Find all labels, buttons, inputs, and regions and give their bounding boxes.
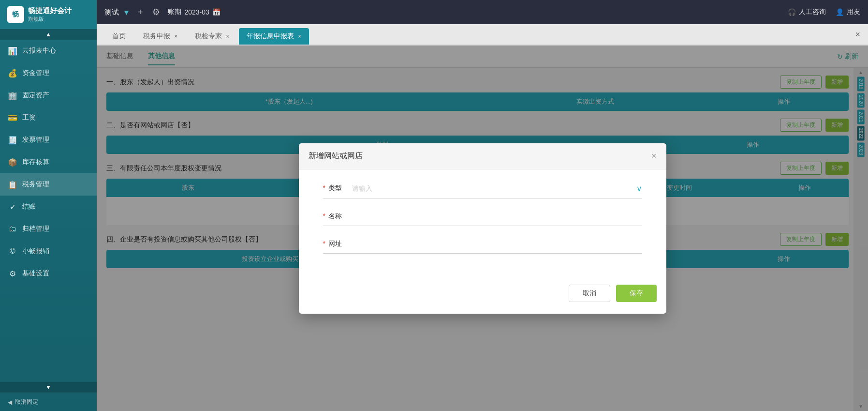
tabbar: 首页 税务申报 × 税检专家 × 年报信息申报表 × × [97, 24, 868, 46]
modal-close-button[interactable]: × [651, 151, 657, 161]
content-area: 基础信息 其他信息 ↻ 刷新 一、股东（发起人）出资情况 复制上年度 [97, 46, 868, 411]
tab-tax-expert-label: 税检专家 [195, 32, 222, 41]
url-input[interactable] [352, 240, 642, 248]
basic-settings-icon: ⚙ [8, 269, 17, 278]
sidebar-item-label: 税务管理 [22, 180, 49, 189]
modal-add-website: 新增网站或网店 × * 类型 ∨ [299, 143, 666, 314]
inventory-icon: 📦 [8, 157, 17, 167]
tab-tax-report-label: 税务申报 [143, 32, 170, 41]
close-all-button[interactable]: × [855, 30, 860, 40]
dropdown-arrow-icon: ▼ [123, 8, 130, 16]
period-display: 账期 2023-03 📅 [168, 8, 220, 16]
small-report-icon: © [8, 246, 17, 256]
url-field: * 网址 [323, 240, 642, 254]
pin-icon: ◀ [8, 399, 12, 406]
user-icon: 👤 [836, 8, 844, 16]
sidebar-item-label: 基础设置 [22, 269, 49, 278]
settings-icon[interactable]: ⚙ [150, 5, 162, 19]
modal-footer: 取消 保存 [299, 277, 666, 314]
name-field: * 名称 [323, 212, 642, 226]
company-name: 测试 [104, 8, 119, 17]
user-label: 用友 [847, 8, 860, 16]
sidebar-item-label: 固定资产 [22, 91, 49, 100]
invoice-icon: 🧾 [8, 135, 17, 145]
logo-icon: 畅 [7, 6, 24, 23]
sidebar-item-label: 结账 [22, 202, 36, 211]
cancel-button[interactable]: 取消 [569, 285, 610, 302]
sidebar-item-basic-settings[interactable]: ⚙ 基础设置 [0, 262, 97, 285]
pin-label: 取消固定 [15, 398, 38, 406]
modal-title: 新增网站或网店 [309, 151, 363, 161]
type-label: * 类型 [323, 184, 352, 193]
sidebar-scroll-down[interactable]: ▼ [0, 382, 97, 393]
period-label: 账期 [168, 8, 181, 16]
sidebar-nav: 📊 云报表中心 💰 资金管理 🏢 固定资产 💳 工资 🧾 发票管理 📦 库存核算… [0, 40, 97, 382]
url-label: * 网址 [323, 240, 352, 248]
sidebar-item-label: 发票管理 [22, 136, 49, 144]
sidebar-logo[interactable]: 畅 畅捷通好会计 旗舰版 [0, 0, 97, 29]
checkout-icon: ✓ [8, 202, 17, 212]
sidebar-item-label: 资金管理 [22, 69, 49, 77]
modal-overlay: 新增网站或网店 × * 类型 ∨ [97, 46, 868, 411]
topbar: 测试 ▼ + ⚙ 账期 2023-03 📅 🎧 人工咨询 👤 用友 [97, 0, 868, 24]
period-value: 2023-03 [184, 8, 209, 16]
topbar-right: 🎧 人工咨询 👤 用友 [788, 8, 860, 16]
company-selector[interactable]: 测试 ▼ [104, 8, 130, 17]
tab-home-label: 首页 [112, 32, 126, 41]
sidebar-item-invoice[interactable]: 🧾 发票管理 [0, 129, 97, 151]
tab-tax-expert-close[interactable]: × [226, 33, 229, 40]
sidebar-scroll-up[interactable]: ▲ [0, 29, 97, 40]
tab-annual-report[interactable]: 年报信息申报表 × [239, 28, 309, 45]
type-input[interactable] [352, 184, 636, 192]
sidebar-item-label: 工资 [22, 113, 36, 122]
sidebar-item-fund-mgmt[interactable]: 💰 资金管理 [0, 62, 97, 84]
help-button[interactable]: 🎧 人工咨询 [788, 8, 826, 16]
sidebar-item-label: 云报表中心 [22, 46, 56, 55]
tab-tax-expert[interactable]: 税检专家 × [187, 28, 237, 45]
name-input[interactable] [352, 213, 642, 220]
sidebar-item-checkout[interactable]: ✓ 结账 [0, 196, 97, 218]
sidebar-pin-toggle[interactable]: ◀ 取消固定 [0, 393, 97, 411]
tab-home[interactable]: 首页 [104, 28, 133, 45]
logo-subtitle: 旗舰版 [28, 15, 72, 23]
sidebar-item-fixed-assets[interactable]: 🏢 固定资产 [0, 84, 97, 107]
tab-annual-report-close[interactable]: × [298, 33, 301, 40]
save-button[interactable]: 保存 [616, 285, 657, 302]
fund-mgmt-icon: 💰 [8, 68, 17, 78]
sidebar-item-label: 归档管理 [22, 225, 49, 233]
payroll-icon: 💳 [8, 113, 17, 122]
sidebar-item-inventory[interactable]: 📦 库存核算 [0, 151, 97, 173]
fixed-assets-icon: 🏢 [8, 91, 17, 100]
sidebar-item-label: 小畅报销 [22, 247, 49, 256]
logo-title: 畅捷通好会计 [28, 6, 72, 15]
tab-tax-report-close[interactable]: × [174, 33, 177, 40]
type-field: * 类型 ∨ [323, 184, 642, 198]
archive-icon: 🗂 [8, 224, 17, 234]
add-button[interactable]: + [136, 5, 145, 19]
main-area: 测试 ▼ + ⚙ 账期 2023-03 📅 🎧 人工咨询 👤 用友 首页 税务申… [97, 0, 868, 411]
user-button[interactable]: 👤 用友 [836, 8, 860, 16]
headset-icon: 🎧 [788, 8, 796, 16]
sidebar-item-tax-mgmt[interactable]: 📋 税务管理 [0, 173, 97, 196]
sidebar-item-cloud-report[interactable]: 📊 云报表中心 [0, 40, 97, 62]
help-label: 人工咨询 [799, 8, 826, 16]
sidebar-item-small-report[interactable]: © 小畅报销 [0, 240, 97, 262]
sidebar-item-payroll[interactable]: 💳 工资 [0, 107, 97, 129]
name-label: * 名称 [323, 212, 352, 221]
tab-tax-report[interactable]: 税务申报 × [135, 28, 185, 45]
sidebar-item-archive[interactable]: 🗂 归档管理 [0, 218, 97, 240]
modal-body: * 类型 ∨ * 名称 [299, 169, 666, 277]
tab-annual-report-label: 年报信息申报表 [247, 32, 294, 41]
calendar-icon[interactable]: 📅 [212, 8, 221, 16]
type-dropdown-icon[interactable]: ∨ [636, 184, 642, 193]
sidebar: 畅 畅捷通好会计 旗舰版 ▲ 📊 云报表中心 💰 资金管理 🏢 固定资产 💳 工… [0, 0, 97, 411]
modal-header: 新增网站或网店 × [299, 143, 666, 169]
sidebar-item-label: 库存核算 [22, 158, 49, 167]
cloud-report-icon: 📊 [8, 46, 17, 56]
tax-mgmt-icon: 📋 [8, 180, 17, 189]
